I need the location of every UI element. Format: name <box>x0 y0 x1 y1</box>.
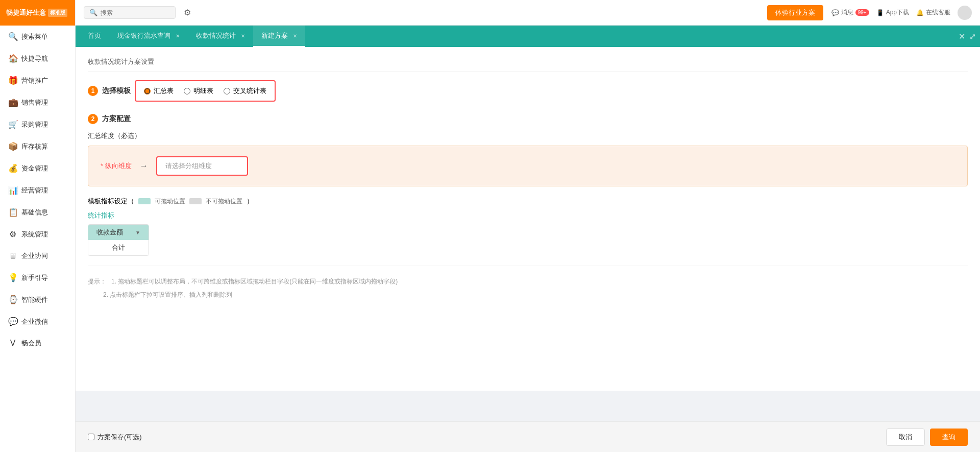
tips-prefix: 提示： <box>88 278 110 285</box>
header: 🔍 ⚙ 体验行业方案 💬 消息 99+ 📱 App下载 🔔 在线客服 <box>76 0 980 26</box>
sidebar-item-finance[interactable]: 💰 资金管理 <box>0 157 75 179</box>
app-download-btn[interactable]: 📱 App下载 <box>876 8 909 17</box>
sales-icon: 💼 <box>8 98 17 107</box>
app-download-label: App下载 <box>886 8 909 17</box>
sidebar-item-label-quick-nav: 快捷导航 <box>21 54 48 63</box>
brand-name: 畅捷通好生意 <box>6 8 46 17</box>
search-icon: 🔍 <box>89 9 97 16</box>
dimension-arrow: → <box>140 161 148 171</box>
section1-title: 选择模板 <box>102 86 131 96</box>
sidebar-item-corp-collab[interactable]: 🖥 企业协同 <box>0 245 75 267</box>
tabs-bar: 首页现金银行流水查询✕收款情况统计✕新建方案✕ ✕ ⤢ <box>76 26 980 47</box>
sidebar-item-search-menu[interactable]: 🔍 搜索菜单 <box>0 26 75 47</box>
sidebar-item-label-corp-wechat: 企业微信 <box>21 317 48 326</box>
query-button[interactable]: 查询 <box>930 429 968 446</box>
stat-section-label: 统计指标 <box>88 211 968 220</box>
movable-indicator <box>138 198 151 204</box>
sidebar-item-label-finance: 资金管理 <box>21 164 48 173</box>
sidebar-item-basic-info[interactable]: 📋 基础信息 <box>0 201 75 223</box>
header-actions: 体验行业方案 💬 消息 99+ 📱 App下载 🔔 在线客服 <box>767 5 972 20</box>
stat-table-header[interactable]: 收款金额 ▼ <box>88 225 149 240</box>
fixed-label: 不可拖动位置 <box>206 197 242 206</box>
system-icon: ⚙ <box>8 229 17 239</box>
tab-new-plan[interactable]: 新建方案✕ <box>253 26 305 47</box>
footer-actions: 取消 查询 <box>886 429 968 446</box>
sidebar-item-guide[interactable]: 💡 新手引导 <box>0 267 75 289</box>
radio-cross-input[interactable] <box>224 88 230 94</box>
tab-close-new-plan[interactable]: ✕ <box>293 33 297 39</box>
sidebar-item-purchase[interactable]: 🛒 采购管理 <box>0 113 75 135</box>
marketing-icon: 🎁 <box>8 76 17 85</box>
settings-icon[interactable]: ⚙ <box>184 8 191 17</box>
sidebar-logo: 畅捷通好生意 标准版 <box>0 0 75 26</box>
sidebar-item-smart-hw[interactable]: ⌚ 智能硬件 <box>0 289 75 311</box>
search-menu-icon: 🔍 <box>8 32 17 41</box>
save-label: 方案保存(可选) <box>97 433 142 442</box>
divider <box>88 266 968 266</box>
indicators-hint: 模板指标设定（ 可拖动位置 不可拖动位置 ） <box>88 197 968 206</box>
template-options: 汇总表 明细表 交叉统计表 <box>135 80 276 102</box>
tab-close-collection-stat[interactable]: ✕ <box>241 33 245 39</box>
dimension-group-title: 汇总维度（必选） <box>88 131 968 140</box>
sidebar-item-inventory[interactable]: 📦 库存核算 <box>0 135 75 157</box>
radio-cross[interactable]: 交叉统计表 <box>224 86 266 96</box>
section2-header: 2 方案配置 <box>88 114 968 124</box>
online-service-btn[interactable]: 🔔 在线客服 <box>916 8 950 17</box>
sidebar-item-label-inventory: 库存核算 <box>21 142 48 151</box>
stat-column-header: 收款金额 <box>96 228 123 237</box>
section-template: 1 选择模板 汇总表 明细表 交叉统计表 <box>88 80 968 102</box>
stat-table-row: 合计 <box>88 240 149 255</box>
message-btn[interactable]: 💬 消息 99+ <box>831 8 869 17</box>
chevron-down-icon[interactable]: ▼ <box>135 230 140 235</box>
sidebar-item-label-corp-collab: 企业协同 <box>21 251 48 260</box>
radio-detail-label: 明细表 <box>193 86 213 96</box>
guide-icon: 💡 <box>8 273 17 282</box>
brand-badge: 标准版 <box>48 9 67 17</box>
search-box[interactable]: 🔍 <box>84 6 176 19</box>
radio-summary[interactable]: 汇总表 <box>144 86 174 96</box>
sidebar-item-marketing[interactable]: 🎁 营销推广 <box>0 69 75 91</box>
main-area: 🔍 ⚙ 体验行业方案 💬 消息 99+ 📱 App下载 🔔 在线客服 <box>76 0 980 452</box>
save-checkbox-label[interactable]: 方案保存(可选) <box>88 433 142 442</box>
sidebar-item-label-sales: 销售管理 <box>21 98 48 107</box>
dimension-select-btn[interactable]: 请选择分组维度 <box>156 156 248 176</box>
radio-detail[interactable]: 明细表 <box>184 86 213 96</box>
dimension-row: * 纵向维度 → 请选择分组维度 <box>101 156 955 176</box>
search-input[interactable] <box>101 9 162 16</box>
sidebar-item-membership[interactable]: V 畅会员 <box>0 332 75 354</box>
section2-num: 2 <box>88 114 98 124</box>
user-avatar[interactable] <box>958 6 972 20</box>
sidebar-item-label-search-menu: 搜索菜单 <box>21 32 48 41</box>
header-icon-group: 💬 消息 99+ 📱 App下载 🔔 在线客服 <box>831 6 972 20</box>
sidebar-item-sales[interactable]: 💼 销售管理 <box>0 91 75 113</box>
content-inner: 收款情况统计方案设置 1 选择模板 汇总表 明细表 <box>76 47 980 391</box>
sidebar-item-quick-nav[interactable]: 🏠 快捷导航 <box>0 47 75 69</box>
radio-detail-input[interactable] <box>184 88 190 94</box>
tab-collection-stat[interactable]: 收款情况统计✕ <box>188 26 253 47</box>
message-label: 消息 <box>841 8 853 17</box>
industry-btn[interactable]: 体验行业方案 <box>767 5 823 20</box>
indicators-label-text: 模板指标设定（ <box>88 197 134 206</box>
page-title: 收款情况统计方案设置 <box>88 57 968 72</box>
cancel-button[interactable]: 取消 <box>886 429 925 446</box>
sidebar-item-label-basic-info: 基础信息 <box>21 208 48 217</box>
sidebar-item-label-marketing: 营销推广 <box>21 76 48 85</box>
app-icon: 📱 <box>876 9 884 16</box>
dimension-box: * 纵向维度 → 请选择分组维度 <box>88 146 968 186</box>
tips-title: 提示： 1. 拖动标题栏可以调整布局，不可跨维度或指标区域拖动栏目字段(只能在同… <box>88 276 968 288</box>
sidebar-item-label-membership: 畅会员 <box>21 339 41 348</box>
service-icon: 🔔 <box>916 9 924 16</box>
sidebar-item-operations[interactable]: 📊 经营管理 <box>0 179 75 201</box>
close-window-icon[interactable]: ✕ <box>959 32 965 41</box>
quick-nav-icon: 🏠 <box>8 54 17 63</box>
save-checkbox[interactable] <box>88 434 94 440</box>
tab-home[interactable]: 首页 <box>80 26 109 47</box>
sidebar-item-label-smart-hw: 智能硬件 <box>21 295 48 304</box>
footer: 方案保存(可选) 取消 查询 <box>76 421 980 452</box>
tab-close-bank-flow[interactable]: ✕ <box>176 33 180 39</box>
sidebar-item-system[interactable]: ⚙ 系统管理 <box>0 223 75 245</box>
radio-summary-input[interactable] <box>144 88 151 94</box>
sidebar-item-corp-wechat[interactable]: 💬 企业微信 <box>0 311 75 332</box>
maximize-icon[interactable]: ⤢ <box>969 32 976 41</box>
tab-bank-flow[interactable]: 现金银行流水查询✕ <box>109 26 188 47</box>
